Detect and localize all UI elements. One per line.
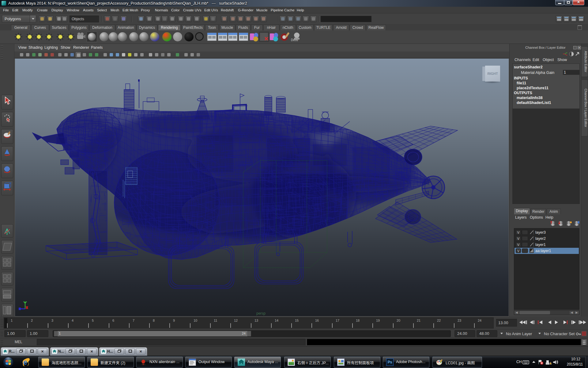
svg-text:e: e [23, 358, 27, 366]
